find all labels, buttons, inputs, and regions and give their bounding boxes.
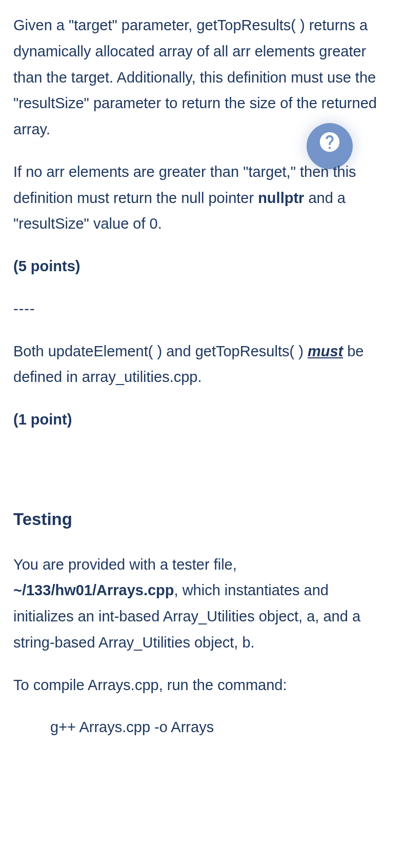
- divider: ----: [13, 296, 391, 322]
- help-icon: [318, 130, 341, 162]
- paragraph-4-pre: You are provided with a tester file,: [13, 556, 237, 573]
- paragraph-1-text: Given a "target" parameter, getTopResult…: [13, 17, 377, 137]
- paragraph-3-pre: Both updateElement( ) and getTopResults(…: [13, 343, 308, 359]
- points-1: (5 points): [13, 253, 391, 279]
- paragraph-2: If no arr elements are greater than "tar…: [13, 159, 391, 237]
- paragraph-3: Both updateElement( ) and getTopResults(…: [13, 338, 391, 391]
- paragraph-1: Given a "target" parameter, getTopResult…: [13, 12, 391, 143]
- paragraph-5: To compile Arrays.cpp, run the command:: [13, 672, 391, 698]
- paragraph-3-underline: must: [308, 343, 343, 359]
- paragraph-4-bold: ~/133/hw01/Arrays.cpp: [13, 582, 174, 598]
- paragraph-4: You are provided with a tester file, ~/1…: [13, 552, 391, 656]
- heading-testing: Testing: [13, 504, 391, 534]
- code-command: g++ Arrays.cpp -o Arrays: [13, 714, 391, 740]
- paragraph-2-bold: nullptr: [258, 190, 304, 206]
- points-2: (1 point): [13, 407, 391, 433]
